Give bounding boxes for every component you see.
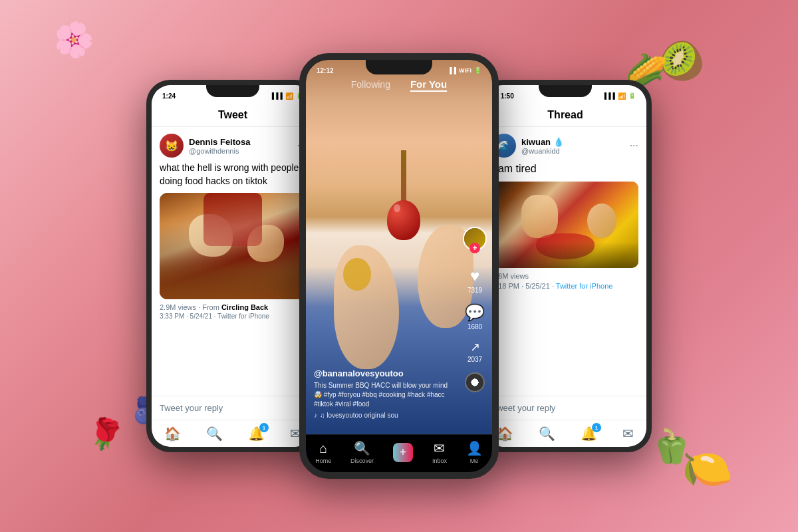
tiktok-tab-foryou[interactable]: For You bbox=[410, 78, 447, 90]
right-battery-icon: 🔋 bbox=[628, 92, 636, 99]
left-tweet-content: 😸 Dennis Feitosa @gowithdennis ··· what … bbox=[152, 127, 314, 396]
phone-left-screen: 1:24 ▐▐▐ 📶 🔋 Tweet 😸 Dennis Fei bbox=[152, 85, 314, 447]
right-tweet-meta: 3.6M views bbox=[492, 272, 638, 280]
tiktok-caption: This Summer BBQ HACC will blow your mind… bbox=[314, 381, 452, 409]
tiktok-music-text: ♫ lovesyoutoo original sou bbox=[320, 412, 398, 419]
right-nav-bell-icon[interactable]: 🔔 1 bbox=[581, 426, 597, 442]
tiktok-nav-discover[interactable]: 🔍 Discover bbox=[350, 440, 374, 464]
right-wifi-icon: 📶 bbox=[618, 92, 626, 100]
center-signal-icon: ▐▐ bbox=[448, 67, 456, 74]
right-tweet-timestamp: 7:18 PM · 5/25/21 · Twitter for iPhone bbox=[492, 282, 638, 290]
left-reply-bar[interactable]: Tweet your reply bbox=[152, 396, 314, 420]
right-user-handle: @wuankidd bbox=[521, 147, 564, 155]
phone-left: 1:24 ▐▐▐ 📶 🔋 Tweet 😸 Dennis Fei bbox=[146, 80, 319, 452]
tiktok-like-count: 7319 bbox=[467, 287, 482, 294]
left-source: Circling Back bbox=[221, 303, 268, 311]
center-time: 12:12 bbox=[317, 67, 334, 74]
left-nav-bell-icon[interactable]: 🔔 1 bbox=[248, 426, 265, 442]
phones-scene: 1:24 ▐▐▐ 📶 🔋 Tweet 😸 Dennis Fei bbox=[0, 0, 798, 532]
right-nav-home-icon[interactable]: 🏠 bbox=[497, 426, 513, 442]
right-reply-bar[interactable]: Tweet your reply bbox=[484, 396, 646, 420]
right-notch bbox=[539, 85, 592, 97]
right-tweet-user: 🌊 kiwuan 💧 @wuankidd ··· bbox=[492, 134, 638, 158]
right-thread-header: Thread bbox=[484, 104, 646, 127]
tiktok-heart-icon: ♥ bbox=[470, 267, 479, 285]
tiktok-username[interactable]: @bananalovesyoutoo bbox=[314, 368, 452, 378]
right-tweet-content: 🌊 kiwuan 💧 @wuankidd ··· I am tired bbox=[484, 127, 646, 396]
tiktok-music-info: ♪ ♫ lovesyoutoo original sou bbox=[314, 412, 452, 419]
right-nav-search-icon[interactable]: 🔍 bbox=[539, 426, 555, 442]
left-tweet-timestamp: 3:33 PM · 5/24/21 · Twitter for iPhone bbox=[160, 313, 306, 320]
tiktok-me-label: Me bbox=[470, 458, 479, 464]
center-status-icons: ▐▐ WiFi 🔋 bbox=[448, 67, 481, 74]
left-wifi-icon: 📶 bbox=[285, 92, 293, 100]
tiktok-home-icon: ⌂ bbox=[319, 441, 327, 456]
tiktok-comment-action[interactable]: 💬 1680 bbox=[465, 303, 485, 331]
right-header-title: Thread bbox=[547, 109, 583, 120]
left-signal-icon: ▐▐▐ bbox=[270, 92, 283, 99]
right-time: 1:50 bbox=[501, 92, 514, 100]
tiktok-discover-icon: 🔍 bbox=[354, 440, 370, 456]
right-user-info: kiwuan 💧 @wuankidd bbox=[521, 137, 564, 155]
tiktok-nav-create[interactable]: + bbox=[393, 443, 414, 462]
left-tweet-meta: 2.9M views · From Circling Back bbox=[160, 303, 306, 311]
right-twitter-nav: 🏠 🔍 🔔 1 ✉ bbox=[484, 420, 646, 447]
phone-right-screen: ‹ 1:50 ▐▐▐ 📶 🔋 Thread 🌊 bbox=[484, 85, 646, 447]
phone-center-screen: 12:12 ▐▐ WiFi 🔋 bbox=[306, 60, 492, 472]
left-views-text: 2.9M views · From bbox=[160, 303, 221, 311]
left-tweet-header: Tweet bbox=[152, 104, 314, 127]
right-more-icon[interactable]: ··· bbox=[630, 140, 638, 152]
tiktok-like-action[interactable]: ♥ 7319 bbox=[467, 267, 482, 294]
left-status-icons: ▐▐▐ 📶 🔋 bbox=[270, 92, 303, 100]
center-battery-icon: 🔋 bbox=[474, 67, 481, 74]
tiktok-nav-inbox[interactable]: ✉ Inbox bbox=[432, 440, 447, 464]
tiktok-create-button[interactable]: + bbox=[393, 443, 414, 462]
tiktok-nav-me[interactable]: 👤 Me bbox=[466, 440, 483, 464]
tiktok-header: Following For You bbox=[306, 78, 492, 90]
tiktok-home-label: Home bbox=[315, 458, 331, 464]
tiktok-share-count: 2037 bbox=[467, 356, 482, 363]
tiktok-me-icon: 👤 bbox=[466, 440, 483, 456]
right-nav-mail-icon[interactable]: ✉ bbox=[622, 426, 634, 442]
left-notch bbox=[206, 85, 259, 97]
left-user-name: Dennis Feitosa bbox=[189, 137, 250, 147]
left-bell-badge: 1 bbox=[259, 423, 269, 432]
tiktok-discover-label: Discover bbox=[350, 458, 374, 464]
tiktok-comment-count: 1680 bbox=[467, 323, 482, 331]
phone-right: ‹ 1:50 ▐▐▐ 📶 🔋 Thread 🌊 bbox=[479, 80, 652, 452]
tiktok-follow-plus[interactable]: + bbox=[469, 243, 480, 253]
right-reply-placeholder: Tweet your reply bbox=[492, 403, 555, 413]
left-user-info: Dennis Feitosa @gowithdennis bbox=[189, 137, 250, 155]
tiktok-share-action[interactable]: ↗ 2037 bbox=[467, 340, 482, 363]
center-wifi-icon: WiFi bbox=[459, 67, 471, 74]
tiktok-comment-icon: 💬 bbox=[465, 303, 485, 322]
left-reply-placeholder: Tweet your reply bbox=[160, 403, 223, 413]
tiktok-nav-home[interactable]: ⌂ Home bbox=[315, 441, 331, 464]
left-avatar-img: 😸 bbox=[160, 134, 184, 158]
tiktok-avatar-container[interactable]: + bbox=[463, 227, 487, 251]
left-food-image bbox=[160, 193, 306, 299]
center-notch bbox=[366, 60, 432, 74]
tiktok-share-icon: ↗ bbox=[470, 340, 480, 354]
right-user-name: kiwuan 💧 bbox=[521, 137, 564, 147]
right-thread-image bbox=[492, 182, 638, 268]
right-source: Twitter for iPhone bbox=[556, 282, 613, 290]
tiktok-note-icon: ♪ bbox=[314, 412, 317, 419]
tiktok-tab-following[interactable]: Following bbox=[351, 79, 390, 90]
left-twitter-nav: 🏠 🔍 🔔 1 ✉ bbox=[152, 420, 314, 447]
right-bell-badge: 1 bbox=[592, 423, 601, 432]
right-status-icons: ▐▐▐ 📶 🔋 bbox=[602, 92, 636, 100]
left-nav-search-icon[interactable]: 🔍 bbox=[206, 426, 223, 442]
tiktok-inbox-icon: ✉ bbox=[434, 440, 445, 456]
tiktok-creator-avatar: + bbox=[463, 227, 487, 251]
tiktok-music-disc bbox=[465, 372, 485, 392]
tiktok-inbox-label: Inbox bbox=[432, 458, 447, 464]
left-nav-home-icon[interactable]: 🏠 bbox=[164, 426, 181, 442]
phone-center: 12:12 ▐▐ WiFi 🔋 bbox=[299, 53, 499, 479]
tiktok-nav: ⌂ Home 🔍 Discover + ✉ Inbox 👤 Me bbox=[306, 434, 492, 472]
right-signal-icon: ▐▐▐ bbox=[602, 92, 615, 99]
left-time: 1:24 bbox=[162, 92, 176, 100]
right-timestamp: 7:18 PM · 5/25/21 · bbox=[492, 282, 556, 290]
left-tweet-user: 😸 Dennis Feitosa @gowithdennis ··· bbox=[160, 134, 306, 158]
left-user-avatar: 😸 bbox=[160, 134, 184, 158]
